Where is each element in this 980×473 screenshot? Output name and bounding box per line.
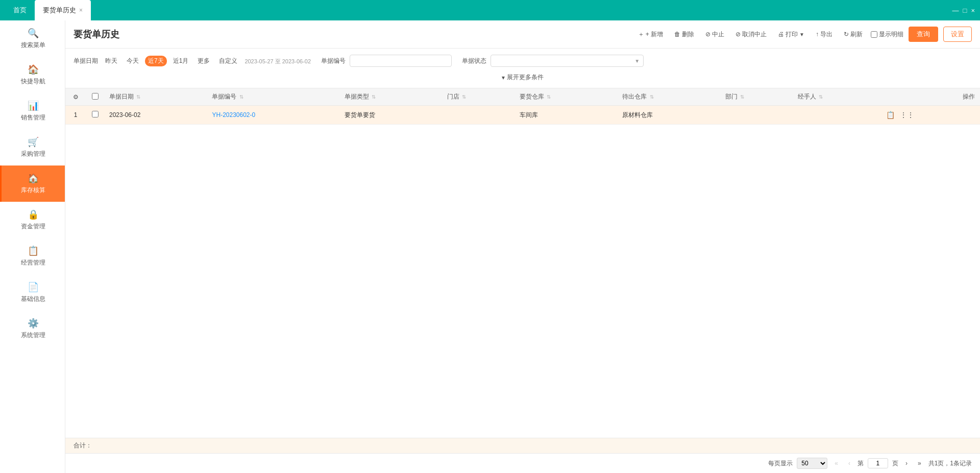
- last-page-nav[interactable]: »: [915, 459, 924, 468]
- sidebar-item-basic-info[interactable]: 📄 基础信息: [0, 274, 65, 311]
- operations-icon: 📋: [28, 245, 39, 256]
- table-container: ⚙ 单据日期 ⇅ 单据编号 ⇅: [65, 88, 980, 438]
- row-type-cell: 要货单要货: [339, 106, 442, 125]
- basic-info-icon: 📄: [28, 281, 39, 293]
- col-department-label: 部门: [725, 93, 738, 100]
- minimize-icon[interactable]: —: [952, 7, 959, 14]
- current-page-input[interactable]: [868, 458, 888, 468]
- sidebar-item-quick-nav-label: 快捷导航: [21, 77, 45, 86]
- new-button[interactable]: ＋ + 新增: [635, 28, 666, 41]
- page-size-select[interactable]: 50 100: [797, 458, 827, 469]
- print-label: 打印: [786, 30, 798, 39]
- export-icon: ↑: [816, 31, 819, 38]
- top-bar: 首页 要货单历史 × — □ ×: [0, 0, 980, 20]
- col-settings: ⚙: [65, 88, 86, 106]
- row-req-warehouse-cell: 车间库: [514, 106, 617, 125]
- filter-date-group: 单据日期 昨天 今天 近7天 近1月 更多 自定义 2023-05-27 至 2…: [74, 56, 311, 66]
- close-tab-icon[interactable]: ×: [79, 7, 83, 14]
- cancel-stop-button[interactable]: ⊘ 取消中止: [732, 28, 770, 41]
- settings-button[interactable]: 设置: [943, 27, 972, 42]
- col-handler-sort-icon[interactable]: ⇅: [819, 94, 823, 100]
- row-handler-cell: [793, 106, 880, 125]
- export-button[interactable]: ↑ 导出: [813, 28, 836, 41]
- filter-status-select[interactable]: [491, 55, 644, 67]
- col-number: 单据编号 ⇅: [207, 88, 339, 106]
- sidebar-item-quick-nav[interactable]: 🏠 快捷导航: [0, 57, 65, 93]
- refresh-button[interactable]: ↻ 刷新: [841, 28, 866, 41]
- row-checkbox[interactable]: [92, 111, 99, 117]
- sidebar-item-purchase[interactable]: 🛒 采购管理: [0, 129, 65, 165]
- row-more-button[interactable]: ⋮⋮: [899, 110, 915, 120]
- col-department-sort-icon[interactable]: ⇅: [740, 94, 744, 100]
- query-button[interactable]: 查询: [909, 27, 938, 42]
- new-icon: ＋: [638, 30, 644, 39]
- print-button[interactable]: 🖨 打印 ▼: [775, 28, 807, 41]
- top-bar-right: — □ ×: [952, 7, 975, 14]
- page-unit-label: 页: [892, 459, 898, 468]
- delete-button[interactable]: 🗑 删除: [671, 28, 697, 41]
- stop-label: 中止: [712, 30, 724, 39]
- footer-total-label: 合计：: [74, 442, 92, 449]
- page-title: 要货单历史: [74, 28, 119, 40]
- row-view-button[interactable]: 📋: [885, 110, 896, 120]
- page-size-label: 每页显示: [768, 459, 793, 468]
- total-info: 共1页，1条记录: [928, 459, 972, 468]
- date-option-custom[interactable]: 自定义: [216, 56, 240, 66]
- first-page-nav[interactable]: «: [831, 459, 841, 468]
- delete-icon: 🗑: [674, 31, 680, 38]
- sidebar-item-search-menu-label: 搜索菜单: [21, 41, 45, 50]
- col-type-sort-icon[interactable]: ⇅: [372, 94, 376, 100]
- system-icon: ⚙️: [28, 318, 39, 329]
- sidebar-item-operations-label: 经营管理: [21, 258, 45, 267]
- expand-more-button[interactable]: ▾ 展开更多条件: [502, 73, 544, 82]
- date-option-today[interactable]: 今天: [124, 56, 142, 66]
- date-range-display: 2023-05-27 至 2023-06-02: [244, 58, 311, 65]
- quick-nav-icon: 🏠: [28, 64, 39, 75]
- sidebar-item-inventory[interactable]: 🏠 库存核算: [0, 165, 65, 202]
- filter-docnumber-input[interactable]: [350, 55, 452, 67]
- col-pending-warehouse-sort-icon[interactable]: ⇅: [650, 94, 654, 100]
- cancel-stop-label: 取消中止: [742, 30, 767, 39]
- col-req-warehouse-sort-icon[interactable]: ⇅: [547, 94, 551, 100]
- sidebar-item-sales[interactable]: 📊 销售管理: [0, 93, 65, 129]
- show-detail-label: 显示明细: [879, 30, 903, 39]
- purchase-icon: 🛒: [28, 136, 39, 148]
- export-label: 导出: [820, 30, 832, 39]
- finance-icon: 🔒: [28, 209, 39, 220]
- col-number-sort-icon[interactable]: ⇅: [239, 94, 243, 100]
- settings-col-icon[interactable]: ⚙: [73, 93, 79, 101]
- sidebar-item-operations[interactable]: 📋 经营管理: [0, 238, 65, 274]
- row-department-cell: [720, 106, 793, 125]
- sidebar-item-finance-label: 资金管理: [21, 222, 45, 231]
- row-settings-cell: 1: [65, 106, 86, 125]
- sidebar-item-system-label: 系统管理: [21, 331, 45, 340]
- col-store-sort-icon[interactable]: ⇅: [462, 94, 466, 100]
- col-number-label: 单据编号: [212, 93, 236, 100]
- next-page-nav[interactable]: ›: [902, 459, 911, 468]
- date-option-1month[interactable]: 近1月: [170, 56, 192, 66]
- col-handler-label: 经手人: [798, 93, 816, 100]
- stop-button[interactable]: ⊘ 中止: [702, 28, 727, 41]
- col-date-sort-icon[interactable]: ⇅: [136, 94, 140, 100]
- row-date-cell: 2023-06-02: [104, 106, 207, 125]
- select-all-checkbox[interactable]: [92, 93, 99, 100]
- window-close-icon[interactable]: ×: [971, 7, 975, 14]
- cancel-stop-icon: ⊘: [736, 31, 741, 38]
- sidebar-item-finance[interactable]: 🔒 资金管理: [0, 202, 65, 238]
- sidebar-item-search-menu[interactable]: 🔍 搜索菜单: [0, 20, 65, 57]
- date-option-more[interactable]: 更多: [194, 56, 213, 66]
- date-option-7days[interactable]: 近7天: [145, 56, 167, 66]
- tab-home[interactable]: 首页: [5, 0, 35, 20]
- sidebar-item-purchase-label: 采购管理: [21, 150, 45, 158]
- tab-requisition-history[interactable]: 要货单历史 ×: [35, 0, 91, 20]
- show-detail-check[interactable]: [871, 31, 877, 38]
- pagination-bar: 每页显示 50 100 « ‹ 第 页 › » 共1页，1条记录: [65, 453, 980, 473]
- prev-page-nav[interactable]: ‹: [845, 459, 853, 468]
- maximize-icon[interactable]: □: [963, 7, 967, 14]
- filter-row-1: 单据日期 昨天 今天 近7天 近1月 更多 自定义 2023-05-27 至 2…: [74, 55, 972, 67]
- date-option-yesterday[interactable]: 昨天: [102, 56, 120, 66]
- row-number-link[interactable]: YH-20230602-0: [212, 111, 255, 119]
- table-footer: 合计：: [65, 438, 980, 453]
- sidebar-item-system[interactable]: ⚙️ 系统管理: [0, 311, 65, 347]
- show-detail-checkbox[interactable]: 显示明细: [871, 30, 903, 39]
